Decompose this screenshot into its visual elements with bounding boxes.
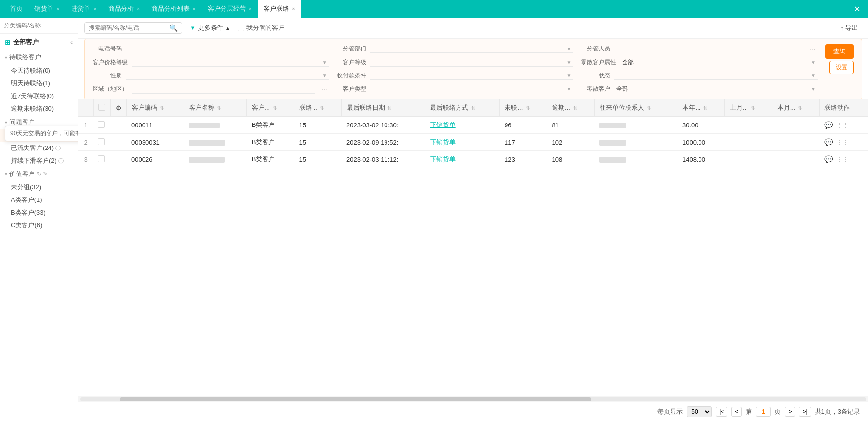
horizontal-scrollbar[interactable] bbox=[78, 396, 868, 402]
section-lost-customers[interactable]: ▾ 问题客户 90天无交易的客户，可能有流失风险。 bbox=[0, 115, 78, 129]
filter-customer-type-select[interactable]: ▼ bbox=[370, 85, 574, 93]
tab-product-analysis-close[interactable]: × bbox=[137, 6, 140, 12]
more-conditions-btn[interactable]: ▼ 更多条件 ▲ bbox=[186, 22, 234, 34]
row-checkbox[interactable] bbox=[98, 155, 105, 162]
sort-icon-unit[interactable]: ⇅ bbox=[647, 105, 651, 111]
my-customers-checkbox[interactable] bbox=[238, 25, 244, 31]
sort-icon-month[interactable]: ⇅ bbox=[798, 105, 802, 111]
settings-btn[interactable]: 设置 bbox=[829, 61, 854, 74]
collapse-sidebar-btn[interactable]: « bbox=[70, 39, 73, 45]
sidebar-item-already-lost[interactable]: 已流失客户(24) ⓘ bbox=[0, 142, 78, 154]
action-more-icon[interactable]: ⋮⋮ bbox=[836, 121, 849, 129]
sort-icon-type[interactable]: ⇅ bbox=[273, 105, 277, 111]
contact-method-link[interactable]: 下销货单 bbox=[430, 155, 456, 163]
action-chat-icon[interactable]: 💬 bbox=[824, 155, 833, 163]
filter-status-label: 状态 bbox=[581, 72, 610, 80]
my-customers-checkbox-wrap[interactable]: 我分管的客户 bbox=[238, 24, 285, 32]
filter-customer-tier-select[interactable]: ▼ bbox=[370, 59, 574, 67]
tab-product-list-close[interactable]: × bbox=[193, 6, 195, 12]
per-page-select[interactable]: 50 100 bbox=[687, 406, 712, 417]
sidebar-item-unclassified[interactable]: 未分组(32) bbox=[0, 181, 78, 194]
sort-icon-year[interactable]: ⇅ bbox=[703, 105, 707, 111]
sidebar-item-today[interactable]: 今天待联络(0) bbox=[0, 64, 78, 77]
filter-region-more[interactable]: ··· bbox=[319, 85, 329, 93]
filter-dept-label: 分管部门 bbox=[337, 45, 366, 53]
select-all-checkbox[interactable] bbox=[98, 104, 105, 111]
sort-icon-overdue[interactable]: ⇅ bbox=[573, 105, 577, 111]
tab-home[interactable]: 首页 bbox=[4, 0, 28, 18]
sort-icon-code[interactable]: ⇅ bbox=[160, 105, 164, 111]
row-last-contact-method[interactable]: 下销货单 bbox=[425, 151, 500, 168]
chevron-down-icon-7: ▼ bbox=[811, 73, 816, 78]
row-this-month bbox=[772, 134, 820, 151]
th-gear[interactable]: ⚙ bbox=[110, 99, 126, 117]
tab-product-list[interactable]: 商品分析列表 × bbox=[145, 0, 201, 18]
row-last-contact-method[interactable]: 下销货单 bbox=[425, 134, 500, 151]
tab-purchase-close[interactable]: × bbox=[93, 6, 96, 12]
tab-customer-tier-close[interactable]: × bbox=[249, 6, 252, 12]
filter-scattered-attr-select[interactable]: ▼ bbox=[809, 59, 818, 66]
sidebar-item-class-a[interactable]: A类客户(1) bbox=[0, 194, 78, 206]
tab-product-analysis[interactable]: 商品分析 × bbox=[102, 0, 145, 18]
sort-icon-method[interactable]: ⇅ bbox=[471, 105, 475, 111]
tab-purchase[interactable]: 进货单 × bbox=[65, 0, 102, 18]
action-more-icon[interactable]: ⋮⋮ bbox=[836, 155, 849, 163]
all-customers-title[interactable]: ⊞ 全部客户 « bbox=[0, 34, 78, 50]
filter-payment-select[interactable]: ▼ bbox=[370, 72, 574, 80]
page-number-input[interactable] bbox=[756, 407, 771, 417]
row-this-month bbox=[772, 117, 820, 134]
scrollbar-track bbox=[80, 397, 866, 401]
sidebar-search-input[interactable] bbox=[4, 22, 77, 29]
export-btn[interactable]: ↑ 导出 bbox=[837, 22, 863, 34]
tab-sales[interactable]: 销货单 × bbox=[28, 0, 65, 18]
tab-customer-contact-close[interactable]: × bbox=[292, 6, 295, 12]
filter-retail-select[interactable]: ▼ bbox=[809, 85, 818, 93]
action-chat-icon[interactable]: 💬 bbox=[824, 121, 833, 129]
sidebar-item-overdue[interactable]: 逾期未联络(30) bbox=[0, 102, 78, 115]
sort-icon-name[interactable]: ⇅ bbox=[217, 105, 221, 111]
sort-icon-no-contact[interactable]: ⇅ bbox=[526, 105, 530, 111]
next-page-btn[interactable]: > bbox=[785, 407, 795, 417]
scrollbar-thumb[interactable] bbox=[120, 397, 591, 401]
filter-dept-select[interactable]: ▼ bbox=[370, 45, 574, 53]
sort-icon-date[interactable]: ⇅ bbox=[387, 105, 391, 111]
sort-icon-contact[interactable]: ⇅ bbox=[320, 105, 324, 111]
contact-method-link[interactable]: 下销货单 bbox=[430, 138, 456, 146]
tab-customer-contact[interactable]: 客户联络 × bbox=[258, 0, 301, 18]
sidebar-item-7days[interactable]: 近7天待联络(0) bbox=[0, 90, 78, 102]
filter-status-select[interactable]: ▼ bbox=[614, 72, 818, 80]
row-gear-cell bbox=[110, 151, 126, 168]
section-value-customers[interactable]: ▾ 价值客户 ↻ ✎ bbox=[0, 167, 78, 181]
value-customers-edit[interactable]: ✎ bbox=[43, 171, 48, 177]
value-customers-refresh[interactable]: ↻ bbox=[37, 171, 42, 177]
section-pending-contact[interactable]: ▾ 待联络客户 bbox=[0, 50, 78, 64]
sidebar-item-tomorrow[interactable]: 明天待联络(1) bbox=[0, 77, 78, 90]
prev-page-btn[interactable]: < bbox=[731, 407, 742, 417]
filter-nature-select[interactable]: ▼ bbox=[126, 72, 329, 80]
action-more-icon[interactable]: ⋮⋮ bbox=[836, 138, 849, 146]
row-checkbox[interactable] bbox=[98, 138, 105, 145]
filter-manager-more[interactable]: ··· bbox=[808, 45, 818, 53]
filter-manager-input[interactable] bbox=[614, 44, 804, 53]
global-close-btn[interactable]: ✕ bbox=[850, 4, 864, 14]
sidebar-item-class-c[interactable]: C类客户(6) bbox=[0, 219, 78, 232]
query-btn[interactable]: 查询 bbox=[825, 44, 854, 59]
filter-price-tier-select[interactable]: ▼ bbox=[132, 59, 329, 67]
row-checkbox-cell bbox=[93, 134, 110, 151]
action-chat-icon[interactable]: 💬 bbox=[824, 138, 833, 146]
sort-icon-lmonth[interactable]: ⇅ bbox=[751, 105, 755, 111]
sidebar-item-declining[interactable]: 持续下滑客户(2) ⓘ bbox=[0, 154, 78, 167]
row-gear-cell bbox=[110, 117, 126, 134]
last-page-btn[interactable]: >| bbox=[799, 407, 811, 417]
filter-customer-tier: 客户等级 ▼ bbox=[337, 58, 574, 67]
contact-method-link[interactable]: 下销货单 bbox=[430, 121, 456, 128]
first-page-btn[interactable]: |< bbox=[716, 407, 727, 417]
row-last-contact-method[interactable]: 下销货单 bbox=[425, 117, 500, 134]
tab-sales-close[interactable]: × bbox=[56, 6, 59, 12]
toolbar-search-input[interactable] bbox=[89, 25, 169, 31]
row-checkbox[interactable] bbox=[98, 121, 105, 128]
filter-phone-input[interactable] bbox=[126, 44, 329, 53]
sidebar-item-class-b[interactable]: B类客户(33) bbox=[0, 206, 78, 219]
tab-customer-tier[interactable]: 客户分层经营 × bbox=[202, 0, 258, 18]
filter-region-input[interactable] bbox=[132, 84, 315, 94]
